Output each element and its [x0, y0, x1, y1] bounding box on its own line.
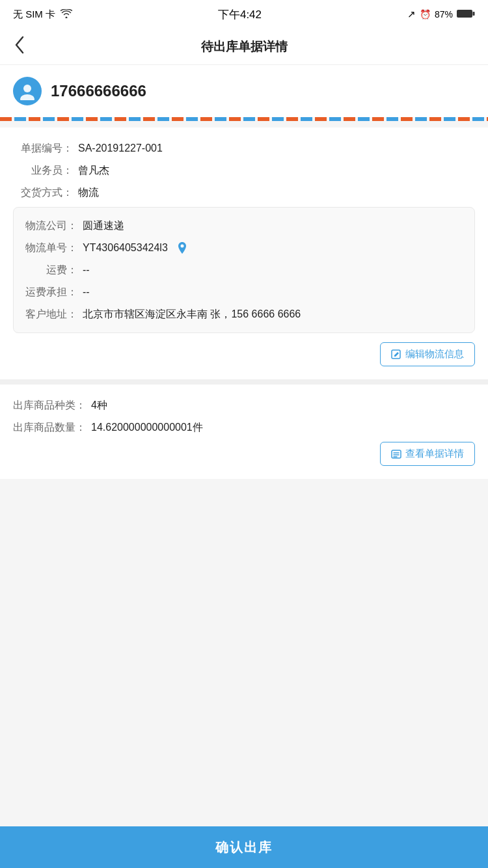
battery-icon: [457, 9, 475, 20]
quantity-label: 出库商品数量：: [13, 420, 91, 435]
delivery-method-label: 交货方式：: [13, 185, 78, 200]
tracking-no-text: YT43064053424l3: [83, 240, 168, 256]
logistics-company-row: 物流公司： 圆通速递: [24, 218, 464, 234]
order-info-section: 单据编号： SA-20191227-001 业务员： 曾凡杰 交货方式： 物流 …: [0, 128, 488, 379]
view-detail-btn-row: 查看单据详情: [13, 442, 475, 468]
tracking-location-icon[interactable]: [174, 240, 190, 256]
logistics-tracking-row: 物流单号： YT43064053424l3: [24, 240, 464, 256]
freight-row: 运费： --: [24, 262, 464, 278]
confirm-outbound-bar[interactable]: 确认出库: [0, 826, 488, 868]
page-title: 待出库单据详情: [201, 38, 288, 55]
logistics-company-value: 圆通速递: [83, 218, 464, 234]
category-label: 出库商品种类：: [13, 398, 91, 413]
bottom-space: [0, 479, 488, 609]
quantity-value: 14.620000000000001件: [91, 420, 475, 435]
order-no-value: SA-20191227-001: [78, 141, 475, 156]
status-bar: 无 SIM 卡 下午4:42 ↗ ⏰ 87%: [0, 0, 488, 29]
svg-point-2: [23, 85, 31, 92]
quantity-row: 出库商品数量： 14.620000000000001件: [13, 420, 475, 435]
order-no-row: 单据编号： SA-20191227-001: [13, 141, 475, 156]
address-label: 客户地址：: [24, 306, 83, 322]
freight-bearer-row: 运费承担： --: [24, 284, 464, 300]
address-value: 北京市市辖区海淀区永丰南 张，156 6666 6666: [83, 306, 464, 322]
freight-label: 运费：: [24, 262, 83, 278]
svg-rect-0: [457, 10, 472, 18]
status-left: 无 SIM 卡: [13, 8, 72, 21]
freight-bearer-value: --: [83, 284, 464, 300]
salesman-label: 业务员：: [13, 163, 78, 178]
view-detail-button[interactable]: 查看单据详情: [380, 442, 475, 466]
delivery-method-row: 交货方式： 物流: [13, 185, 475, 200]
avatar: [13, 77, 42, 105]
logistics-tracking-value: YT43064053424l3: [83, 240, 464, 256]
confirm-outbound-label: 确认出库: [215, 839, 273, 856]
view-detail-label: 查看单据详情: [405, 448, 464, 460]
customer-header: 17666666666: [0, 65, 488, 117]
logistics-tracking-label: 物流单号：: [24, 240, 83, 256]
category-row: 出库商品种类： 4种: [13, 398, 475, 413]
svg-rect-1: [472, 12, 474, 16]
freight-bearer-label: 运费承担：: [24, 284, 83, 300]
edit-logistics-label: 编辑物流信息: [405, 348, 464, 360]
status-time: 下午4:42: [218, 7, 262, 22]
svg-point-3: [20, 94, 34, 100]
edit-logistics-button[interactable]: 编辑物流信息: [380, 342, 475, 366]
category-value: 4种: [91, 398, 475, 413]
order-no-label: 单据编号：: [13, 141, 78, 156]
customer-phone: 17666666666: [51, 82, 146, 100]
salesman-value: 曾凡杰: [78, 163, 475, 178]
nav-bar: 待出库单据详情: [0, 29, 488, 65]
wifi-icon: [61, 9, 72, 20]
status-right: ↗ ⏰ 87%: [407, 8, 475, 20]
edit-btn-row: 编辑物流信息: [13, 342, 475, 369]
delivery-method-value: 物流: [78, 185, 475, 200]
svg-point-4: [180, 245, 183, 248]
battery-percent: 87%: [435, 9, 453, 20]
freight-value: --: [83, 262, 464, 278]
dashed-divider: [0, 117, 488, 121]
logistics-card: 物流公司： 圆通速递 物流单号： YT43064053424l3 运费：: [13, 207, 475, 333]
location-status-icon: ↗: [407, 8, 416, 20]
stock-section: 出库商品种类： 4种 出库商品数量： 14.620000000000001件 查…: [0, 385, 488, 479]
clock-status-icon: ⏰: [420, 9, 431, 20]
salesman-row: 业务员： 曾凡杰: [13, 163, 475, 178]
gray-separator: [0, 379, 488, 385]
carrier-label: 无 SIM 卡: [13, 8, 55, 21]
address-row: 客户地址： 北京市市辖区海淀区永丰南 张，156 6666 6666: [24, 306, 464, 322]
back-button[interactable]: [13, 34, 39, 59]
logistics-company-label: 物流公司：: [24, 218, 83, 234]
